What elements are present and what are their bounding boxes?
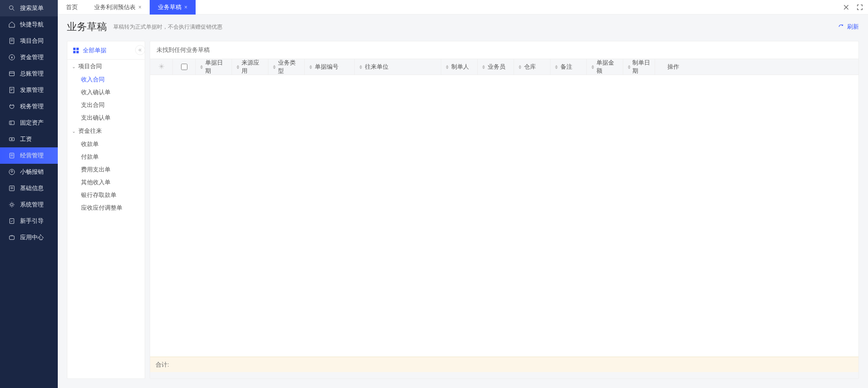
sidebar-item-label: 小畅报销 [20,168,44,176]
invoice-icon [8,86,15,94]
sidebar-item-asset[interactable]: 固定资产 [0,115,58,131]
tab-business-draft[interactable]: 业务草稿 × [150,0,196,15]
column-header-source[interactable]: 来源应用 [232,59,268,75]
table-footer-row: 合计: [150,357,858,372]
sidebar-item-apps[interactable]: 应用中心 [0,229,58,246]
sidebar-item-invoice[interactable]: 发票管理 [0,82,58,98]
contract-icon [8,37,15,45]
category-item-income-confirm[interactable]: 收入确认单 [67,86,145,99]
category-header[interactable]: 全部单据 [67,41,145,60]
refresh-label: 刷新 [847,23,859,31]
grid-icon [73,47,79,54]
category-item-ar-ap-adjust[interactable]: 应收应付调整单 [67,202,145,214]
content-area: 全部单据 ⌄ 项目合同 收入合同 收入确认单 支出合同 支出确认单 ⌄ 资金往来… [58,41,868,388]
sort-icon [237,64,240,70]
tab-label: 业务草稿 [158,3,182,11]
category-item-bank-transfer[interactable]: 银行存取款单 [67,189,145,202]
sidebar-item-salary[interactable]: 工资 [0,131,58,147]
sort-icon [200,64,203,70]
category-item-expense-doc[interactable]: 费用支出单 [67,163,145,176]
category-item-receipt[interactable]: 收款单 [67,138,145,151]
refresh-button[interactable]: 刷新 [838,23,859,31]
sidebar-item-fund[interactable]: ¥ 资金管理 [0,49,58,66]
fullscreen-button[interactable] [855,3,864,12]
sidebar-item-system[interactable]: 系统管理 [0,197,58,213]
sort-icon [555,64,559,70]
guide-icon [8,217,15,225]
sidebar-item-quicknav[interactable]: 快捷导航 [0,16,58,33]
sort-icon [628,64,631,70]
tab-home[interactable]: 首页 [58,0,86,15]
sidebar-item-label: 新手引导 [20,217,44,225]
sort-icon [273,64,276,70]
svg-rect-16 [10,138,15,141]
main-area: 首页 业务利润预估表 × 业务草稿 × 业务草稿 草稿转为正式单据 [58,0,868,388]
svg-point-36 [161,66,162,67]
column-header-sales[interactable]: 业务员 [478,59,514,75]
footer-total-label: 合计: [156,361,169,369]
sidebar-item-label: 系统管理 [20,201,44,209]
column-header-warehouse[interactable]: 仓库 [514,59,550,75]
sidebar-item-label: 项目合同 [20,37,44,45]
sidebar-item-search[interactable]: 搜索菜单 [0,0,58,16]
close-icon[interactable]: × [184,4,187,10]
svg-rect-22 [10,186,15,191]
horizontal-scrollbar[interactable] [150,372,858,378]
gear-icon [158,63,165,71]
column-header-docno[interactable]: 单据编号 [305,59,355,75]
system-icon [8,201,15,208]
svg-point-17 [11,139,13,140]
refresh-icon [838,24,844,30]
empty-message: 未找到任何业务草稿 [150,41,858,59]
apps-icon [8,234,15,241]
sidebar-item-label: 搜索菜单 [20,4,44,12]
category-item-payment[interactable]: 付款单 [67,151,145,163]
sidebar-item-expense[interactable]: 小畅报销 [0,164,58,180]
svg-line-1 [13,9,14,10]
sidebar-item-guide[interactable]: 新手引导 [0,213,58,229]
close-all-tabs-button[interactable] [842,3,851,12]
collapse-panel-button[interactable] [135,45,145,55]
category-item-expense-confirm[interactable]: 支出确认单 [67,111,145,124]
category-item-other-income[interactable]: 其他收入单 [67,176,145,189]
sidebar-item-tax[interactable]: 税务管理 [0,98,58,115]
column-header-partner[interactable]: 往来单位 [355,59,441,75]
sidebar-item-baseinfo[interactable]: 基础信息 [0,180,58,197]
sidebar-item-label: 经营管理 [20,151,44,160]
column-settings-button[interactable] [150,59,173,75]
column-header-maker[interactable]: 制单人 [441,59,478,75]
sidebar-item-label: 固定资产 [20,119,44,127]
sidebar-item-label: 应用中心 [20,233,44,242]
select-all-checkbox[interactable] [181,64,187,70]
category-item-income-contract[interactable]: 收入合同 [67,73,145,86]
business-icon [8,152,15,159]
column-header-amount[interactable]: 单据金额 [587,59,623,75]
sidebar-item-business[interactable]: 经营管理 [0,147,58,164]
column-header-make-date[interactable]: 制单日期 [623,59,655,75]
column-header-date[interactable]: 单据日期 [196,59,232,75]
salary-icon [8,136,15,143]
category-group-fund[interactable]: ⌄ 资金往来 [67,124,145,138]
sidebar-item-ledger[interactable]: 总账管理 [0,66,58,82]
home-icon [8,21,15,28]
sidebar-item-label: 资金管理 [20,53,44,61]
sidebar-item-contract[interactable]: 项目合同 [0,33,58,49]
column-header-type[interactable]: 业务类型 [268,59,305,75]
page-subtitle: 草稿转为正式单据时，不会执行满赠促销优惠 [113,23,222,31]
close-icon[interactable]: × [138,4,141,10]
svg-text:¥: ¥ [11,56,13,59]
sidebar-item-label: 发票管理 [20,86,44,94]
svg-rect-7 [10,71,15,76]
svg-rect-14 [10,121,15,125]
sidebar-item-label: 税务管理 [20,102,44,111]
column-header-remark[interactable]: 备注 [550,59,587,75]
tab-profit-estimate[interactable]: 业务利润预估表 × [86,0,150,15]
category-group-contract[interactable]: ⌄ 项目合同 [67,60,145,73]
chevron-down-icon: ⌄ [72,129,76,134]
table-body [150,75,858,357]
main-sidebar: 搜索菜单 快捷导航 项目合同 ¥ 资金管理 总账管理 发票管理 税务管理 固定资 [0,0,58,388]
asset-icon [8,119,15,126]
svg-rect-9 [10,87,14,93]
page-title: 业务草稿 [67,20,107,34]
category-item-expense-contract[interactable]: 支出合同 [67,99,145,111]
